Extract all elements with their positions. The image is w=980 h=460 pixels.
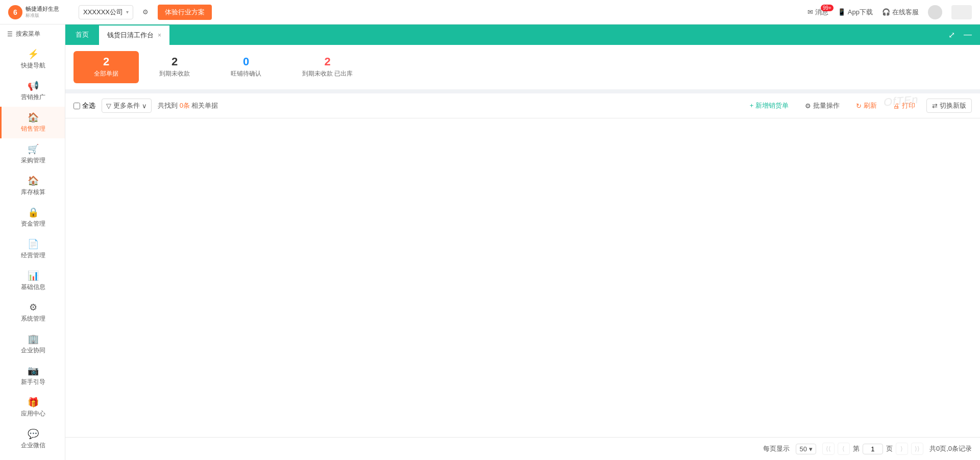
- batch-label: 批量操作: [813, 101, 840, 110]
- company-selector[interactable]: XXXXXX公司 ▾: [79, 5, 133, 19]
- filter-bar: 全选 ▽ 更多条件 ∨ 共找到 0条 相关单据 + 新增销货单: [65, 93, 980, 118]
- service-label: 在线客服: [892, 8, 919, 17]
- sidebar-item-basic-info[interactable]: 📊 基础信息: [0, 265, 65, 297]
- sidebar-item-finance[interactable]: 🔒 资金管理: [0, 202, 65, 233]
- summary-card-shipped[interactable]: 2 到期未收款 已出库: [282, 51, 373, 83]
- tab-current[interactable]: 钱货日清工作台 ×: [99, 25, 169, 45]
- refresh-icon: ↻: [856, 102, 862, 110]
- sidebar-guide-label: 新手引导: [21, 378, 45, 386]
- sidebar-item-system[interactable]: ⚙ 系统管理: [0, 297, 65, 328]
- logo-area: 6 畅捷通好生意 标准版: [8, 5, 74, 19]
- app-download-button[interactable]: 📱 App下载: [838, 8, 873, 17]
- sidebar-item-purchase[interactable]: 🛒 采购管理: [0, 138, 65, 170]
- sidebar-item-corp-wechat[interactable]: 💬 企业微信: [0, 423, 65, 455]
- lightning-icon: ⚡: [28, 49, 39, 60]
- sidebar-corp-wechat-label: 企业微信: [21, 441, 45, 450]
- chevron-more-icon: ∨: [142, 102, 147, 110]
- page-suffix: 页: [886, 444, 893, 453]
- service-icon: 🎧: [882, 8, 890, 16]
- found-prefix: 共找到: [158, 102, 178, 109]
- message-badge: 99+: [821, 5, 834, 11]
- print-icon: 🖨: [893, 102, 900, 110]
- messages-button[interactable]: ✉ 消息 99+: [807, 8, 828, 17]
- tab-actions: ⤢ —: [945, 29, 980, 41]
- tab-close-icon[interactable]: ×: [158, 32, 161, 39]
- sidebar-item-search[interactable]: ☰ 搜索菜单: [0, 25, 65, 43]
- switch-version-button[interactable]: ⇄ 切换新版: [926, 99, 972, 113]
- page-content: 2 全部单据 2 到期未收款 0 旺铺待确认 2 到期未收款 已出库: [65, 45, 980, 460]
- per-page-select[interactable]: 50 ▾: [796, 444, 816, 454]
- found-count: 0条: [180, 102, 190, 109]
- summary-overdue-count: 2: [172, 55, 178, 68]
- avatar[interactable]: [928, 5, 942, 19]
- corp-collab-icon: 🏢: [28, 333, 39, 345]
- toolbar-right: + 新增销货单 ⚙ 批量操作 ↻ 刷新 🖨 打印 ⇄: [745, 99, 972, 113]
- sidebar-item-app-center[interactable]: 🎁 应用中心: [0, 392, 65, 423]
- sidebar-item-member[interactable]: ▽ 畅会员: [0, 455, 65, 460]
- sidebar-search-label: 搜索菜单: [16, 30, 40, 38]
- batch-button[interactable]: ⚙ 批量操作: [800, 99, 845, 112]
- summary-card-overdue[interactable]: 2 到期未收款: [139, 51, 210, 83]
- page-number-input[interactable]: [863, 444, 883, 454]
- sidebar-item-guide[interactable]: 📷 新手引导: [0, 360, 65, 392]
- basic-info-icon: 📊: [28, 270, 39, 281]
- summary-pending-label: 旺铺待确认: [231, 69, 261, 78]
- finance-icon: 🔒: [28, 207, 39, 218]
- sidebar-inventory-label: 库存核算: [21, 188, 45, 197]
- minimize-icon[interactable]: —: [962, 29, 974, 41]
- guide-icon: 📷: [28, 365, 39, 376]
- summary-shipped-count: 2: [325, 55, 331, 68]
- sidebar-item-sales[interactable]: 🏠 销售管理: [0, 107, 65, 138]
- app-center-icon: 🎁: [28, 397, 39, 408]
- online-service-button[interactable]: 🎧 在线客服: [882, 8, 919, 17]
- restore-icon[interactable]: ⤢: [945, 29, 958, 41]
- sidebar-corp-collab-label: 企业协同: [21, 346, 45, 355]
- more-conditions-label: 更多条件: [113, 101, 140, 110]
- system-icon: ⚙: [29, 302, 37, 313]
- total-records: 共0页,0条记录: [929, 444, 972, 453]
- settings-icon[interactable]: ⚙: [138, 5, 153, 19]
- app-download-label: App下载: [848, 8, 873, 17]
- sidebar-item-operations[interactable]: 📄 经营管理: [0, 233, 65, 265]
- add-sale-button[interactable]: + 新增销货单: [745, 99, 794, 112]
- more-conditions-button[interactable]: ▽ 更多条件 ∨: [102, 99, 152, 113]
- filter-icon: ▽: [106, 102, 111, 110]
- last-page-button[interactable]: ⟩⟩: [911, 443, 923, 455]
- sidebar-item-marketing[interactable]: 📢 营销推广: [0, 75, 65, 107]
- refresh-button[interactable]: ↻ 刷新: [851, 99, 882, 112]
- sidebar-quick-nav-label: 快捷导航: [21, 61, 45, 70]
- summary-card-pending[interactable]: 0 旺铺待确认: [210, 51, 282, 83]
- sidebar-sales-label: 销售管理: [21, 125, 45, 133]
- found-suffix: 相关单据: [191, 102, 218, 109]
- tab-bar: 首页 钱货日清工作台 × ⤢ —: [65, 25, 980, 45]
- switch-icon: ⇄: [932, 102, 938, 110]
- next-page-button[interactable]: ⟩: [896, 443, 908, 455]
- print-button[interactable]: 🖨 打印: [888, 99, 920, 112]
- select-all-checkbox[interactable]: 全选: [74, 101, 95, 110]
- corp-wechat-icon: 💬: [28, 428, 39, 440]
- sidebar-item-inventory[interactable]: 🏠 库存核算: [0, 170, 65, 202]
- sidebar: ☰ 搜索菜单 ⚡ 快捷导航 📢 营销推广 🏠 销售管理 🛒 采购管理 🏠 库存核…: [0, 25, 65, 460]
- download-icon: 📱: [838, 8, 846, 16]
- summary-card-all[interactable]: 2 全部单据: [74, 51, 139, 83]
- page-label: 第: [853, 444, 860, 453]
- sidebar-item-corp-collab[interactable]: 🏢 企业协同: [0, 328, 65, 360]
- sales-icon: 🏠: [28, 112, 39, 123]
- first-page-button[interactable]: ⟨⟨: [822, 443, 835, 455]
- per-page-value: 50: [799, 445, 806, 453]
- prev-page-button[interactable]: ⟨: [838, 443, 850, 455]
- user-menu[interactable]: [951, 5, 972, 19]
- summary-shipped-label: 到期未收款 已出库: [302, 69, 353, 78]
- company-name: XXXXXX公司: [83, 8, 123, 17]
- tab-home[interactable]: 首页: [65, 25, 99, 45]
- top-header: 6 畅捷通好生意 标准版 XXXXXX公司 ▾ ⚙ 体验行业方案 ✉ 消息 99…: [0, 0, 980, 25]
- inventory-icon: 🏠: [28, 175, 39, 186]
- chevron-down-icon: ▾: [126, 9, 129, 15]
- trial-button[interactable]: 体验行业方案: [158, 5, 212, 20]
- select-all-input[interactable]: [74, 103, 80, 109]
- pagination: ⟨⟨ ⟨ 第 页 ⟩ ⟩⟩: [822, 443, 923, 455]
- per-page-label: 每页显示: [763, 444, 790, 453]
- sidebar-item-quick-nav[interactable]: ⚡ 快捷导航: [0, 43, 65, 75]
- message-icon: ✉: [807, 8, 813, 16]
- header-left: 6 畅捷通好生意 标准版 XXXXXX公司 ▾ ⚙ 体验行业方案: [8, 5, 212, 20]
